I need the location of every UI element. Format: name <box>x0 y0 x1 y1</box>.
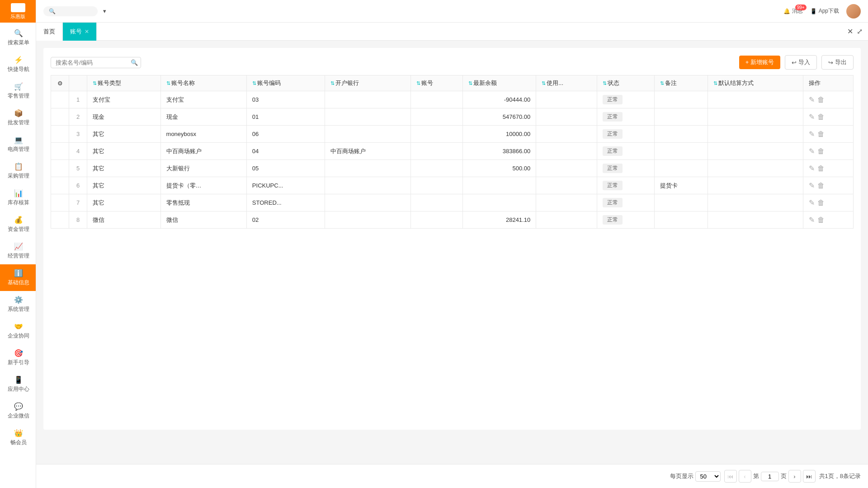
delete-button-3[interactable]: 🗑 <box>817 147 825 155</box>
content-area: 🔍 + 新增账号 ↩ 导入 ↪ 导出 <box>36 41 868 464</box>
import-button[interactable]: ↩ 导入 <box>785 55 817 70</box>
sidebar-item-appcenter[interactable]: 📱应用中心 <box>0 371 36 398</box>
row-account-4 <box>411 160 463 177</box>
delete-button-1[interactable]: 🗑 <box>817 113 825 121</box>
row-type-7: 微信 <box>87 211 161 229</box>
row-action-0: ✎ 🗑 <box>803 91 854 108</box>
sidebar-item-ecommerce[interactable]: 💻电商管理 <box>0 131 36 158</box>
export-button[interactable]: ↪ 导出 <box>821 55 854 70</box>
page-input[interactable] <box>761 472 779 481</box>
app-download-label: App下载 <box>819 7 839 15</box>
row-name-6: 零售抵现 <box>160 194 246 211</box>
delete-button-5[interactable]: 🗑 <box>817 181 825 190</box>
row-bank-7 <box>325 211 410 229</box>
header-dropdown[interactable]: ▾ <box>103 8 106 14</box>
tab-action-expand[interactable]: ⤢ <box>857 27 863 36</box>
page-prev-button[interactable]: ‹ <box>739 470 751 483</box>
edit-button-4[interactable]: ✎ <box>809 164 815 173</box>
th-bank[interactable]: ⇅开户银行 <box>325 75 410 91</box>
sidebar-label-wechat: 企业微信 <box>8 412 29 420</box>
th-settings[interactable]: ⚙ <box>51 75 69 91</box>
th-default-settlement[interactable]: ⇅默认结算方式 <box>708 75 803 91</box>
table-row: 2 现金 现金 01 547670.00 正常 ✎ 🗑 <box>51 108 854 126</box>
sidebar-label-wholesale: 批发管理 <box>8 119 29 127</box>
row-usage-6 <box>536 194 597 211</box>
tab-home[interactable]: 首页 <box>36 23 63 41</box>
user-avatar[interactable] <box>846 4 861 19</box>
tab-action-close[interactable]: ✕ <box>847 27 853 36</box>
sidebar-item-retail[interactable]: 🛒零售管理 <box>0 78 36 104</box>
row-code-2: 06 <box>246 126 325 143</box>
sidebar-item-member[interactable]: 👑畅会员 <box>0 424 36 451</box>
per-page-dropdown[interactable]: 50 100 200 <box>695 471 721 482</box>
sidebar-item-quicknav[interactable]: ⚡快捷导航 <box>0 51 36 78</box>
row-action-4: ✎ 🗑 <box>803 160 854 177</box>
delete-button-4[interactable]: 🗑 <box>817 164 825 173</box>
sidebar-item-enterprise[interactable]: 🤝企业协同 <box>0 318 36 344</box>
sidebar-label-funds: 资金管理 <box>8 225 29 233</box>
sidebar-item-system[interactable]: ⚙️系统管理 <box>0 291 36 318</box>
edit-button-0[interactable]: ✎ <box>809 95 815 104</box>
row-code-6: STORED... <box>246 194 325 211</box>
search-box[interactable]: 🔍 <box>51 57 141 68</box>
sidebar-item-search[interactable]: 🔍搜索菜单 <box>0 24 36 51</box>
th-type[interactable]: ⇅账号类型 <box>87 75 161 91</box>
th-account[interactable]: ⇅账号 <box>411 75 463 91</box>
sidebar-item-inventory[interactable]: 📊库存核算 <box>0 184 36 211</box>
edit-button-1[interactable]: ✎ <box>809 113 815 121</box>
search-submit-icon[interactable]: 🔍 <box>131 59 138 66</box>
sidebar-label-operations: 经营管理 <box>8 252 29 260</box>
sidebar-item-purchase[interactable]: 📋采购管理 <box>0 158 36 184</box>
message-button[interactable]: 🔔 消息 99+ <box>783 7 803 15</box>
row-balance-0: -90444.00 <box>462 91 536 108</box>
row-default-settlement-4 <box>708 160 803 177</box>
row-usage-0 <box>536 91 597 108</box>
th-remark[interactable]: ⇅备注 <box>655 75 708 91</box>
row-balance-2: 10000.00 <box>462 126 536 143</box>
sidebar-label-basics: 基础信息 <box>8 279 29 286</box>
page-first-button[interactable]: ⏮ <box>724 470 737 483</box>
sidebar-label-guide: 新手引导 <box>8 359 29 366</box>
sidebar-item-basics[interactable]: ℹ️基础信息 <box>0 264 36 291</box>
page-next-button[interactable]: › <box>788 470 801 483</box>
import-label: 导入 <box>798 58 810 66</box>
add-account-button[interactable]: + 新增账号 <box>739 56 780 69</box>
row-code-7: 02 <box>246 211 325 229</box>
row-num-4: 5 <box>69 160 87 177</box>
th-balance[interactable]: ⇅最新余额 <box>462 75 536 91</box>
row-bank-6 <box>325 194 410 211</box>
table-row: 4 其它 中百商场账户 04 中百商场账户 383866.00 正常 ✎ 🗑 <box>51 143 854 160</box>
delete-button-6[interactable]: 🗑 <box>817 198 825 207</box>
header-search[interactable]: 🔍 <box>43 6 98 16</box>
retail-icon: 🛒 <box>14 82 23 91</box>
sidebar-item-guide[interactable]: 🎯新手引导 <box>0 344 36 371</box>
row-num-0: 1 <box>69 91 87 108</box>
tab-account-label: 账号 <box>70 28 82 36</box>
th-status[interactable]: ⇅状态 <box>597 75 654 91</box>
sidebar-item-operations[interactable]: 📈经营管理 <box>0 238 36 264</box>
edit-button-5[interactable]: ✎ <box>809 181 815 190</box>
edit-button-3[interactable]: ✎ <box>809 147 815 155</box>
delete-button-7[interactable]: 🗑 <box>817 216 825 224</box>
tab-account[interactable]: 账号 ✕ <box>63 23 97 41</box>
edit-button-6[interactable]: ✎ <box>809 198 815 207</box>
row-account-3 <box>411 143 463 160</box>
sidebar-item-wholesale[interactable]: 📦批发管理 <box>0 104 36 131</box>
sidebar-item-funds[interactable]: 💰资金管理 <box>0 211 36 238</box>
th-code[interactable]: ⇅账号编码 <box>246 75 325 91</box>
delete-button-0[interactable]: 🗑 <box>817 95 825 104</box>
edit-button-2[interactable]: ✎ <box>809 130 815 138</box>
main-area: 🔍 ▾ 🔔 消息 99+ 📱 App下载 首页 账号 <box>36 0 868 488</box>
app-download-button[interactable]: 📱 App下载 <box>810 7 839 15</box>
per-page-label: 每页显示 <box>670 472 693 480</box>
th-name[interactable]: ⇅账号名称 <box>160 75 246 91</box>
search-input[interactable] <box>56 59 128 66</box>
tab-close-icon[interactable]: ✕ <box>85 28 89 35</box>
th-usage[interactable]: ⇅使用... <box>536 75 597 91</box>
row-name-5: 提货卡（零… <box>160 177 246 194</box>
row-remark-2 <box>655 126 708 143</box>
edit-button-7[interactable]: ✎ <box>809 216 815 224</box>
page-last-button[interactable]: ⏭ <box>803 470 816 483</box>
sidebar-item-wechat[interactable]: 💬企业微信 <box>0 398 36 424</box>
delete-button-2[interactable]: 🗑 <box>817 130 825 138</box>
